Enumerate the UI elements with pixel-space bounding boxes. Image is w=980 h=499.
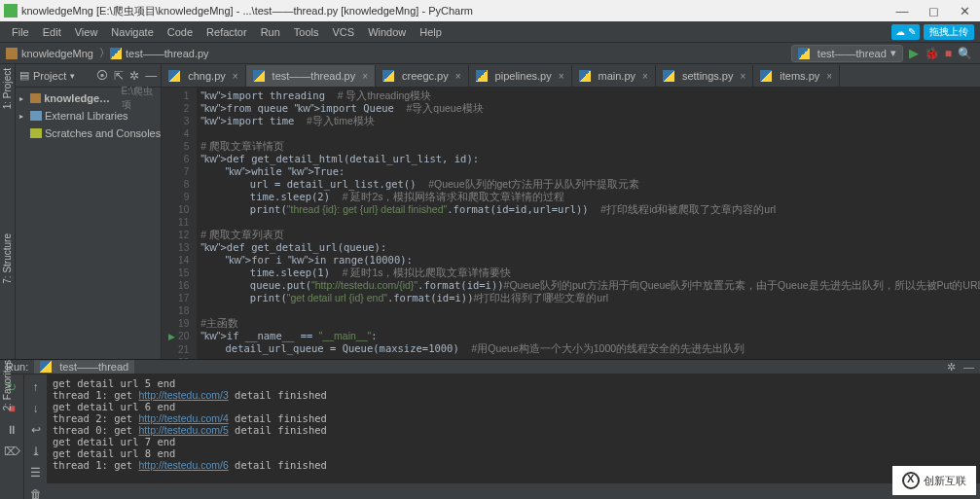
run-button[interactable]: ▶ [909,46,919,60]
menu-help[interactable]: Help [414,24,448,40]
down-button[interactable]: ↓ [33,402,39,415]
python-file-icon [168,70,180,82]
editor-tab[interactable]: items.py× [753,65,840,87]
editor-tab[interactable]: creegc.py× [376,65,469,87]
watermark: 创新互联 [892,466,976,495]
hide-icon[interactable]: — [963,361,974,374]
run-config-selector[interactable]: test——thread ▾ [791,45,903,62]
folder-icon [6,48,18,59]
upload-chip[interactable]: 拖拽上传 [924,24,974,40]
editor-tab[interactable]: main.py× [572,65,656,87]
debug-button[interactable]: 🐞 [925,47,939,60]
close-icon[interactable]: × [642,71,648,82]
cloud-status-icon[interactable]: ☁✎ [891,24,920,40]
run-tab-label: test——thread [59,361,128,373]
console-output[interactable]: get detail url 5 end thread 1: get http:… [47,374,980,499]
menu-run[interactable]: Run [255,24,286,40]
stop-button[interactable]: ■ [945,47,952,60]
watermark-logo-icon [902,472,920,489]
settings-gear-icon[interactable]: ✲ [947,361,956,374]
watermark-text: 创新互联 [924,474,966,488]
app-icon [4,4,18,18]
python-file-icon [663,70,674,82]
close-icon[interactable]: × [559,71,564,82]
breadcrumb-file[interactable]: test——thread.py [126,48,209,59]
close-icon[interactable]: × [233,71,238,82]
tree-label: knowledgeMng [44,92,118,104]
window-title: knowledgeMng [E:\爬虫项目\knowledgeMng] - ..… [21,4,890,18]
editor-tab[interactable]: settings.py× [656,65,753,87]
library-icon [30,111,42,121]
menu-edit[interactable]: Edit [37,24,67,40]
python-file-icon [760,70,772,82]
tree-path: E:\爬虫项 [122,85,162,112]
folder-icon [30,93,42,103]
menu-view[interactable]: View [69,24,104,40]
python-file-icon [476,70,488,82]
soft-wrap-button[interactable]: ↩ [31,423,41,437]
tab-label: chng.py [188,70,226,82]
python-file-icon [382,70,394,82]
menu-tools[interactable]: Tools [288,24,325,40]
tool-tab-favorites[interactable]: 2: Favorites [0,356,15,414]
python-file-icon [579,70,591,82]
project-view-label: Project [33,70,66,82]
maximize-button[interactable]: ◻ [922,4,945,18]
python-file-icon [253,70,265,82]
editor-tab[interactable]: test——thread.py× [246,65,376,87]
tree-label: Scratches and Consoles [45,127,161,139]
breadcrumb-root[interactable]: knowledgeMng [21,48,93,59]
window-titlebar: knowledgeMng [E:\爬虫项目\knowledgeMng] - ..… [0,0,980,21]
run-tool-window: Run: test——thread ✲ — ↻ ■ ⏸ ⌦ ↑ ↓ ↩ ⤓ ☰ … [0,359,980,483]
run-subtoolbar: ↑ ↓ ↩ ⤓ ☰ 🗑 [23,374,47,499]
hide-icon[interactable]: — [145,69,157,83]
trash-button[interactable]: 🗑 [30,487,42,499]
menu-code[interactable]: Code [162,24,199,40]
search-everywhere-button[interactable]: 🔍 [958,47,972,60]
print-button[interactable]: ☰ [30,466,41,480]
code-editor[interactable]: "kw">import threading # 导入threading模块 "k… [197,88,980,359]
scroll-to-end-button[interactable]: ⤓ [31,445,41,458]
editor-tab[interactable]: chng.py× [162,65,245,87]
editor-tabs: chng.py× test——thread.py× creegc.py× pip… [162,64,980,88]
minimize-button[interactable]: — [890,4,914,18]
tab-label: items.py [780,70,819,82]
menu-refactor[interactable]: Refactor [200,24,253,40]
tab-label: main.py [599,70,636,82]
tab-label: pipelines.py [495,70,552,82]
close-icon[interactable]: × [362,71,368,82]
python-file-icon [40,361,52,373]
tree-node-project-root[interactable]: ▸ knowledgeMng E:\爬虫项 [16,89,161,107]
scratches-icon [30,128,42,138]
exit-button[interactable]: ⌦ [4,445,20,458]
menu-bar: File Edit View Navigate Code Refactor Ru… [0,21,980,43]
editor-tab[interactable]: pipelines.py× [469,65,572,87]
close-icon[interactable]: × [741,71,746,82]
pause-button[interactable]: ⏸ [6,423,18,437]
tab-label: test——thread.py [272,70,356,82]
menu-vcs[interactable]: VCS [327,24,361,40]
tree-node-scratches[interactable]: Scratches and Consoles [16,125,161,142]
python-file-icon [798,48,810,59]
settings-gear-icon[interactable]: ✲ [129,69,139,83]
run-tab[interactable]: test——thread [34,360,134,374]
tab-label: settings.py [682,70,734,82]
close-icon[interactable]: × [826,71,832,82]
nav-bar: knowledgeMng 〉 test——thread.py test——thr… [0,43,980,64]
close-button[interactable]: ✕ [953,4,976,18]
tree-label: External Libraries [45,110,128,122]
up-button[interactable]: ↑ [33,380,39,394]
scroll-from-source-icon[interactable]: ⦿ [96,69,108,83]
project-view-selector[interactable]: ▤Project▾ [19,69,75,82]
menu-window[interactable]: Window [362,24,412,40]
menu-navigate[interactable]: Navigate [105,24,159,40]
editor-area: chng.py× test——thread.py× creegc.py× pip… [162,64,980,359]
collapse-all-icon[interactable]: ⇱ [114,69,124,83]
run-config-label: test——thread [817,48,887,59]
tool-tab-structure[interactable]: 7: Structure [0,230,15,288]
tab-label: creegc.py [402,70,449,82]
tool-tab-project[interactable]: 1: Project [0,64,15,113]
close-icon[interactable]: × [455,71,461,82]
left-gutter: 1: Project 7: Structure 2: Favorites [0,64,16,359]
menu-file[interactable]: File [6,24,35,40]
